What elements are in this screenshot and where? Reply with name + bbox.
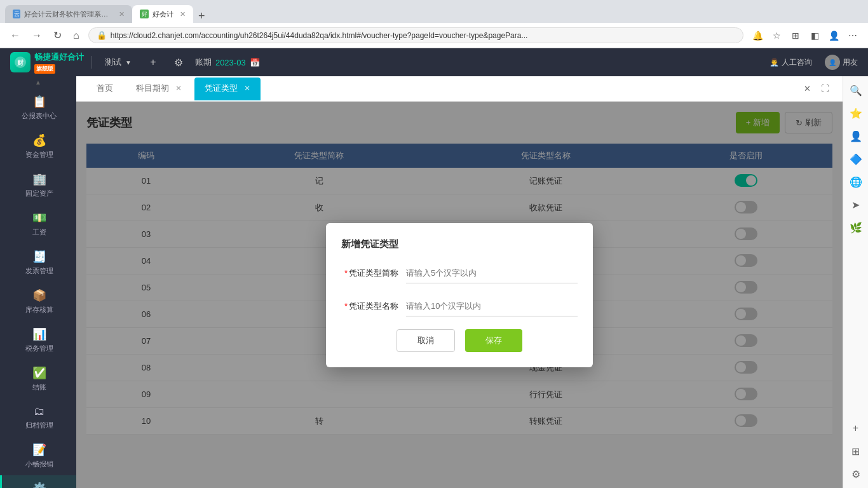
divider-1 (92, 56, 92, 69)
rp-settings-icon[interactable]: ⚙ (847, 465, 865, 483)
basic-settings-icon: ⚙️ (32, 482, 46, 488)
settle-icon: ✅ (32, 366, 46, 380)
menu-icon[interactable]: ⋯ (845, 28, 860, 43)
rp-arrow-icon[interactable]: ➤ (847, 196, 865, 214)
tab-voucher-type[interactable]: 凭证类型 ✕ (194, 78, 261, 100)
right-panel: 🔍 ⭐ 👤 🔷 🌐 ➤ 🌿 + ⊞ ⚙ (843, 76, 868, 488)
save-button[interactable]: 保存 (465, 329, 522, 352)
tab-bar: 云 好会计云财务软件管理系统_会计 ✕ 好 好会计 ✕ + (0, 0, 868, 23)
workspace-label: 测试 (105, 57, 121, 68)
extensions-icon[interactable]: 🔔 (750, 28, 765, 43)
rp-outlook-icon[interactable]: 🌐 (847, 173, 865, 191)
rp-table-icon[interactable]: ⊞ (847, 442, 865, 460)
refresh-button[interactable]: ↻ (51, 27, 64, 44)
logo-area: 财 畅捷通好合计 旗舰版 (10, 51, 84, 74)
settings-icon[interactable]: ⚙ (170, 53, 187, 71)
rp-puzzle-icon[interactable]: 🔷 (847, 150, 865, 168)
tab-panel-maximize[interactable]: ⛶ (817, 81, 832, 97)
workspace-selector[interactable]: 测试 ▼ (100, 54, 137, 71)
dialog-overlay: 新增凭证类型 *凭证类型简称 *凭证类型名称 (76, 102, 843, 488)
sidebar-item-label-invoice: 发票管理 (25, 266, 53, 276)
notice-center-icon: 📋 (32, 95, 46, 109)
browser-tab-2[interactable]: 好 好会计 ✕ (132, 5, 193, 23)
address-bar: ← → ↻ ⌂ 🔒 https://cloud2.chanjet.com/acc… (0, 23, 868, 48)
rp-search-icon[interactable]: 🔍 (847, 81, 865, 99)
inventory-icon: 📦 (32, 288, 46, 302)
bookmark-icon[interactable]: ☆ (769, 28, 784, 43)
salary-icon: 💵 (32, 211, 46, 225)
capital-icon: 💰 (32, 133, 46, 147)
home-button[interactable]: ⌂ (71, 27, 82, 44)
profile-icon[interactable]: 👤 (826, 28, 841, 43)
cancel-button[interactable]: 取消 (397, 329, 455, 352)
url-box[interactable]: 🔒 https://cloud2.chanjet.com/accounting/… (88, 27, 743, 43)
tab-home[interactable]: 首页 (86, 78, 123, 100)
lock-icon: 🔒 (97, 30, 107, 40)
tab-voucher-close[interactable]: ✕ (244, 84, 250, 93)
app-container: 财 畅捷通好合计 旗舰版 测试 ▼ + ⚙ 账期 2023-03 📅 👨‍💼 人… (0, 48, 868, 488)
user-label: 用友 (843, 57, 858, 68)
name-input[interactable] (406, 296, 578, 316)
user-avatar: 👤 (825, 55, 840, 70)
sidebar-item-expense[interactable]: 📝 小畅报销 (0, 437, 76, 475)
page-content: 凭证类型 + 新增 ↻ 刷新 编码 凭证类型简称 (76, 102, 843, 488)
browser-tab-1[interactable]: 云 好会计云财务软件管理系统_会计 ✕ (5, 5, 132, 23)
required-star-2: * (344, 301, 348, 311)
sidebar-item-label-capital: 资金管理 (25, 150, 53, 159)
tab-close-1[interactable]: ✕ (119, 10, 125, 18)
period-value: 2023-03 (215, 58, 246, 67)
add-voucher-dialog: 新增凭证类型 *凭证类型简称 *凭证类型名称 (326, 223, 593, 367)
calendar-icon[interactable]: 📅 (250, 58, 260, 67)
sidebar-item-salary[interactable]: 💵 工资 (0, 205, 76, 243)
sidebar-item-archive[interactable]: 🗂 归档管理 (0, 398, 76, 437)
support-icon: 👨‍💼 (770, 58, 779, 67)
user-area[interactable]: 👤 用友 (825, 55, 858, 70)
tab-home-label: 首页 (97, 83, 113, 94)
name-form-row: *凭证类型名称 (341, 296, 578, 316)
support-button[interactable]: 👨‍💼 人工咨询 (764, 55, 817, 71)
tab-subject-close[interactable]: ✕ (175, 84, 182, 93)
rp-user-icon[interactable]: 👤 (847, 127, 865, 145)
tax-icon: 📊 (32, 327, 46, 341)
tab-label-2: 好会计 (153, 10, 173, 19)
tab-subject-init[interactable]: 科目期初 ✕ (126, 78, 192, 100)
url-text: https://cloud2.chanjet.com/accounting/uh… (111, 31, 735, 40)
dialog-title: 新增凭证类型 (341, 238, 578, 250)
sidebar-item-basic-settings[interactable]: ⚙️ 基础设置 (0, 475, 76, 488)
sidebar-item-label-salary: 工资 (32, 227, 46, 237)
sidebar-icon[interactable]: ◧ (807, 28, 822, 43)
required-star-1: * (344, 268, 348, 278)
sidebar-item-tax[interactable]: 📊 税务管理 (0, 321, 76, 360)
invoice-icon: 🧾 (32, 250, 46, 264)
archive-icon: 🗂 (34, 405, 45, 418)
rp-add-icon[interactable]: + (847, 419, 865, 437)
new-tab-button[interactable]: + (193, 10, 210, 23)
abbr-input[interactable] (406, 263, 578, 283)
sidebar-item-label-tax: 税务管理 (25, 344, 53, 353)
tab-panel-controls: ✕ ⛶ (799, 81, 832, 97)
sidebar-item-inventory[interactable]: 📦 库存核算 (0, 282, 76, 321)
sidebar-item-capital[interactable]: 💰 资金管理 (0, 127, 76, 166)
sidebar: ▲ 📋 公报表中心 💰 资金管理 🏢 固定资产 💵 工资 🧾 发票管理 (0, 76, 76, 488)
scroll-up[interactable]: ▲ (0, 76, 76, 88)
period-area: 账期 2023-03 📅 (195, 57, 260, 68)
support-label: 人工咨询 (782, 57, 812, 68)
tab-grid-icon[interactable]: ⊞ (788, 28, 803, 43)
sidebar-item-label-expense: 小畅报销 (25, 459, 53, 469)
tab-close-2[interactable]: ✕ (180, 10, 186, 18)
back-button[interactable]: ← (8, 27, 23, 44)
dialog-footer: 取消 保存 (341, 329, 578, 352)
add-workspace-button[interactable]: + (144, 53, 162, 71)
sidebar-item-settle[interactable]: ✅ 结账 (0, 360, 76, 398)
rp-star-icon[interactable]: ⭐ (847, 104, 865, 122)
sidebar-item-notice-center[interactable]: 📋 公报表中心 (0, 88, 76, 127)
sidebar-item-label-inventory: 库存核算 (25, 305, 53, 315)
tab-panel-close[interactable]: ✕ (799, 81, 815, 97)
sidebar-item-invoice[interactable]: 🧾 发票管理 (0, 243, 76, 282)
logo-icon: 财 (10, 52, 31, 72)
sidebar-item-fixed-assets[interactable]: 🏢 固定资产 (0, 166, 76, 205)
address-actions: 🔔 ☆ ⊞ ◧ 👤 ⋯ (750, 28, 860, 43)
page-tabs: 首页 科目期初 ✕ 凭证类型 ✕ ✕ ⛶ (76, 76, 843, 102)
forward-button[interactable]: → (29, 27, 44, 44)
rp-leaf-icon[interactable]: 🌿 (847, 219, 865, 236)
